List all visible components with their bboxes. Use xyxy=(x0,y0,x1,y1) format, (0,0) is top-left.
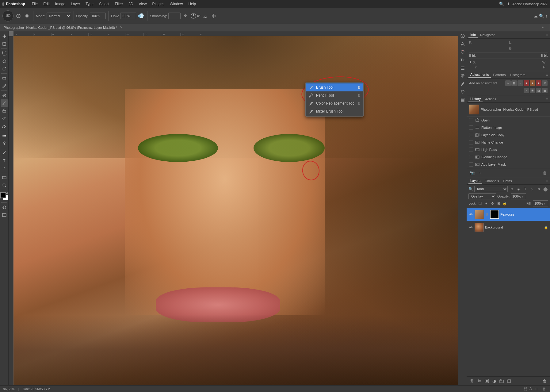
new-history-state-icon[interactable]: + xyxy=(477,170,483,176)
add-style-icon[interactable]: fx xyxy=(476,378,483,384)
history-item-layer-copy[interactable]: Layer Via Copy xyxy=(467,131,550,139)
share-icon[interactable]: ⬆ xyxy=(506,2,510,6)
swap-colors-icon[interactable]: ⇄ xyxy=(6,191,8,194)
history-item-mask[interactable]: Add Layer Mask xyxy=(467,161,550,168)
tab-histogram[interactable]: Histogram xyxy=(508,72,527,78)
filter-adjust-icon[interactable]: ◉ xyxy=(516,186,521,192)
delete-history-icon[interactable]: 🗑 xyxy=(541,170,548,176)
threshold-adj-icon[interactable]: ◨ xyxy=(536,88,541,93)
menu-3d[interactable]: 3D xyxy=(126,1,136,7)
zoom-tool[interactable] xyxy=(1,182,8,189)
add-mask-icon[interactable] xyxy=(484,378,490,384)
delete-layer-icon[interactable]: 🗑 xyxy=(541,378,548,384)
history-panel-options[interactable]: ≡ xyxy=(546,97,548,101)
rectangle-tool[interactable] xyxy=(1,174,8,181)
panel-options[interactable]: ≡ xyxy=(546,33,548,37)
tab-adjustments[interactable]: Adjustments xyxy=(468,72,491,78)
filter-toggle[interactable]: ⬤ xyxy=(543,186,548,192)
search-icon[interactable]: 🔍 xyxy=(499,2,504,6)
trash-icon-status[interactable]: 🗑 xyxy=(541,386,547,392)
tab-layers[interactable]: Layers xyxy=(468,178,482,184)
lasso-tool[interactable] xyxy=(1,57,8,65)
curves-adj-icon[interactable]: ~ xyxy=(518,80,523,86)
red1-adj-icon[interactable]: ■ xyxy=(524,80,529,86)
opacity-input[interactable]: 100% xyxy=(90,13,106,19)
menu-select[interactable]: Select xyxy=(97,1,112,7)
brush-preview[interactable]: 150 xyxy=(2,10,13,21)
search-panel-icon[interactable]: 🔍 xyxy=(539,13,544,18)
gradient-tool[interactable] xyxy=(1,132,8,139)
lock-image-icon[interactable]: ✦ xyxy=(484,201,489,206)
red2-adj-icon[interactable]: ■ xyxy=(536,80,541,86)
blend-mode-dropdown[interactable]: Overlay xyxy=(468,193,496,199)
crop-tool[interactable] xyxy=(1,75,8,82)
layer-rezkost[interactable]: 👁 ⛓ Резкость xyxy=(467,208,550,221)
popup-item-brush[interactable]: Brush Tool B xyxy=(306,83,363,91)
menu-plugins[interactable]: Plugins xyxy=(150,1,166,7)
move-tool[interactable] xyxy=(1,33,8,40)
mode-dropdown[interactable]: Normal xyxy=(47,13,71,19)
dodge-tool[interactable] xyxy=(1,140,8,147)
layer-filter-dropdown[interactable]: Kind xyxy=(474,186,508,192)
opacity-value-input[interactable]: 100% ▼ xyxy=(511,193,526,199)
menu-type[interactable]: Type xyxy=(83,1,96,7)
menu-view[interactable]: View xyxy=(136,1,149,7)
add-group-icon[interactable] xyxy=(498,378,505,384)
smoothing-input[interactable] xyxy=(168,13,181,19)
tab-patterns[interactable]: Patterns xyxy=(491,72,508,78)
history-item-name-change[interactable]: Name Change xyxy=(467,139,550,146)
path-selection-tool[interactable]: ↗ xyxy=(1,164,8,172)
popup-item-color-replace[interactable]: Color Replacement Tool B xyxy=(306,99,363,107)
menu-edit[interactable]: Edit xyxy=(41,1,52,7)
menu-layer[interactable]: Layer xyxy=(68,1,82,7)
menu-image[interactable]: Image xyxy=(53,1,68,7)
document-tab[interactable]: Photographer- Nicolas Godon_PS.psd @ 96,… xyxy=(0,24,550,31)
brush-settings-icon[interactable] xyxy=(459,80,466,87)
adjust-icon-status[interactable]: □ xyxy=(534,386,540,392)
menu-window[interactable]: Window xyxy=(167,1,185,7)
share-doc-icon[interactable]: ↑ xyxy=(545,13,548,18)
expand-icon[interactable]: + xyxy=(542,26,544,29)
brightness-adj-icon[interactable]: ☼ xyxy=(505,80,511,86)
brush-tool[interactable] xyxy=(1,99,8,107)
brush-options-icon[interactable] xyxy=(15,12,22,20)
text-panel-icon[interactable]: Tk xyxy=(459,56,466,63)
eyedropper-tool[interactable] xyxy=(1,82,8,90)
tab-channels[interactable]: Channels xyxy=(483,178,501,184)
smoothing-settings-icon[interactable]: ⚙ xyxy=(182,12,189,20)
layers-panel-options[interactable]: ≡ xyxy=(546,179,548,183)
gradient-map-adj-icon[interactable]: ▦ xyxy=(542,88,548,93)
history-icon[interactable] xyxy=(459,88,466,95)
navigator-panel-icon[interactable] xyxy=(459,40,466,47)
close-tab-icon[interactable]: ✕ xyxy=(120,25,123,29)
tab-history[interactable]: History xyxy=(468,96,483,102)
photo-canvas[interactable] xyxy=(13,36,458,385)
info-panel-icon[interactable]: i xyxy=(459,33,466,39)
type-tool[interactable]: T xyxy=(1,157,8,164)
eraser-tool[interactable] xyxy=(1,122,8,130)
filter-smart-icon[interactable]: ⚙ xyxy=(536,186,541,192)
orange1-adj-icon[interactable]: ■ xyxy=(530,80,535,86)
layer-eye-rezkost[interactable]: 👁 xyxy=(468,212,473,217)
tab-paths[interactable]: Paths xyxy=(502,178,514,184)
fx-icon-status[interactable]: fx xyxy=(529,387,532,391)
tab-navigator[interactable]: Navigator xyxy=(478,32,496,38)
properties-panel-icon[interactable] xyxy=(459,64,466,71)
pressure-icon[interactable] xyxy=(201,12,209,20)
link-icon-status[interactable]: ⛓ xyxy=(524,387,528,391)
link-layers-icon[interactable]: ⛓ xyxy=(469,378,475,384)
quick-mask-icon[interactable] xyxy=(1,204,8,211)
layer-link-icon[interactable]: ⛓ xyxy=(485,213,489,216)
quick-select-tool[interactable] xyxy=(1,65,8,72)
invert-adj-icon[interactable]: ⊞ xyxy=(530,88,535,93)
cloud-sync-icon[interactable]: ☁ xyxy=(533,13,538,18)
screen-mode-icon[interactable] xyxy=(1,211,8,219)
marquee-tool[interactable] xyxy=(1,50,8,57)
symmetry-icon[interactable] xyxy=(210,12,217,20)
default-colors-icon[interactable]: □ xyxy=(0,198,1,201)
levels-adj-icon[interactable]: ▤ xyxy=(511,80,517,86)
hsl-adj-icon[interactable]: ≡ xyxy=(524,88,529,93)
add-adjustment-layer-icon[interactable]: ◑ xyxy=(491,378,497,384)
lock-all-icon[interactable]: 🔒 xyxy=(502,201,507,206)
canvas-area[interactable]: 2 4 6 8 10 12 14 16 18 20 22 xyxy=(9,31,458,385)
